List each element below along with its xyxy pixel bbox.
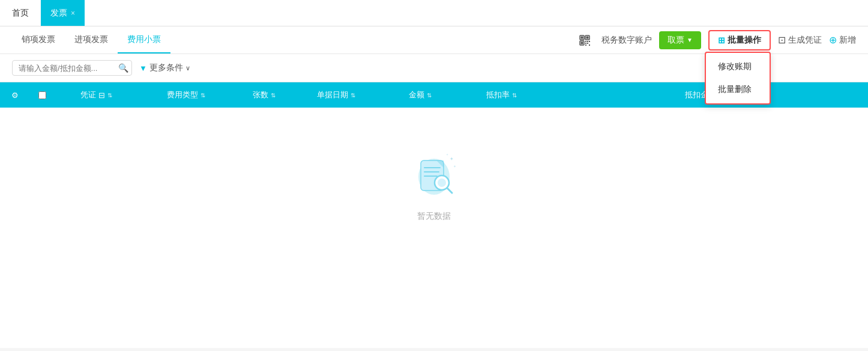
svg-text:✦: ✦ (446, 153, 448, 156)
svg-rect-9 (587, 43, 588, 44)
svg-text:✦: ✦ (453, 165, 456, 168)
svg-rect-5 (581, 41, 583, 44)
svg-rect-3 (586, 36, 589, 38)
tab-sales-invoice[interactable]: 销项发票 (12, 26, 65, 53)
svg-rect-7 (587, 41, 588, 42)
batch-delete-item[interactable]: 批量删除 (706, 78, 770, 101)
th-date-label: 单据日期 (317, 90, 348, 100)
th-amount-label: 金额 (409, 90, 424, 100)
add-label: 新增 (839, 35, 856, 46)
empty-state: ✦ ✦ ✦ 暂无数据 (0, 108, 868, 246)
tab-label: 发票 (50, 8, 67, 19)
settings-icon: ⚙ (11, 91, 19, 100)
th-count[interactable]: 张数 ⇅ (234, 82, 294, 108)
generate-label: 生成凭证 (788, 35, 822, 46)
svg-rect-11 (589, 44, 590, 46)
svg-line-22 (447, 188, 452, 193)
empty-illustration: ✦ ✦ ✦ (404, 144, 464, 204)
svg-rect-1 (581, 36, 583, 38)
th-checkbox[interactable] (30, 82, 54, 108)
generate-icon: ⊡ (778, 34, 786, 46)
th-expense-type-label: 费用类型 (167, 90, 198, 100)
th-voucher[interactable]: 凭证 ⊟ ⇅ (54, 82, 138, 108)
th-amount[interactable]: 金额 ⇅ (378, 82, 462, 108)
svg-rect-10 (589, 41, 590, 42)
add-icon: ⊕ (829, 34, 837, 46)
home-nav-item[interactable]: 首页 (0, 0, 41, 26)
voucher-sort-icon[interactable]: ⇅ (107, 92, 112, 99)
top-nav: 首页 发票 × (0, 0, 868, 26)
th-count-label: 张数 (253, 90, 268, 100)
batch-dropdown-menu: 修改账期 批量删除 (705, 52, 771, 105)
th-deduct-rate-label: 抵扣率 (486, 90, 510, 100)
th-expense-type[interactable]: 费用类型 ⇅ (138, 82, 234, 108)
more-conditions-button[interactable]: ▼ 更多条件 ∨ (139, 63, 190, 73)
main-content: ✦ ✦ ✦ 暂无数据 (0, 108, 868, 348)
count-sort-icon[interactable]: ⇅ (271, 92, 276, 99)
get-invoice-arrow: ▼ (687, 37, 693, 43)
batch-operation-button[interactable]: ⊞ 批量操作 (708, 30, 771, 50)
qr-code-button[interactable] (575, 31, 594, 50)
svg-point-21 (438, 179, 446, 187)
svg-rect-12 (585, 44, 586, 46)
qr-icon (579, 34, 591, 46)
voucher-filter-icon: ⊟ (98, 91, 105, 100)
batch-operation-container: ⊞ 批量操作 修改账期 批量删除 (708, 30, 771, 50)
add-button[interactable]: ⊕ 新增 (829, 34, 856, 46)
get-invoice-label: 取票 (668, 35, 684, 46)
th-deduct-rate[interactable]: 抵扣率 ⇅ (462, 82, 540, 108)
tax-digital-account-button[interactable]: 税务数字账户 (601, 35, 652, 46)
select-all-checkbox[interactable] (38, 91, 46, 99)
th-date[interactable]: 单据日期 ⇅ (294, 82, 378, 108)
search-icon[interactable]: 🔍 (118, 63, 128, 73)
empty-text: 暂无数据 (417, 211, 451, 222)
sub-nav: 销项发票 进项发票 费用小票 税务数字账户 取票 (0, 26, 868, 54)
search-wrap: 🔍 (12, 60, 132, 76)
invoice-tab[interactable]: 发票 × (41, 0, 85, 26)
th-voucher-label: 凭证 (80, 90, 96, 100)
tab-input-invoice[interactable]: 进项发票 (65, 26, 118, 53)
svg-rect-8 (585, 43, 586, 44)
amount-sort-icon[interactable]: ⇅ (427, 92, 432, 99)
filter-label: 更多条件 (149, 63, 183, 73)
expense-type-sort-icon[interactable]: ⇅ (200, 92, 205, 99)
get-invoice-button[interactable]: 取票 ▼ (659, 31, 701, 49)
batch-label: 批量操作 (728, 35, 761, 46)
tab-close-icon[interactable]: × (71, 9, 75, 17)
modify-period-item[interactable]: 修改账期 (706, 55, 770, 78)
svg-rect-6 (585, 41, 586, 42)
th-deduct-amount[interactable]: 抵扣金额 ⇅ (540, 82, 868, 108)
svg-text:✦: ✦ (450, 156, 454, 162)
filter-icon: ▼ (139, 64, 147, 73)
sub-nav-right: 税务数字账户 取票 ▼ ⊞ 批量操作 修改账期 批量删除 ⊡ 生成凭证 ⊕ 新增 (575, 30, 856, 50)
filter-arrow-icon: ∨ (185, 64, 190, 72)
date-sort-icon[interactable]: ⇅ (351, 92, 355, 99)
search-input[interactable] (19, 64, 115, 73)
batch-icon: ⊞ (718, 35, 725, 45)
generate-voucher-button[interactable]: ⊡ 生成凭证 (778, 34, 822, 46)
th-settings[interactable]: ⚙ (0, 82, 30, 108)
sub-nav-left: 销项发票 进项发票 费用小票 (12, 26, 170, 53)
deduct-rate-sort-icon[interactable]: ⇅ (512, 92, 517, 99)
tab-expense-receipt[interactable]: 费用小票 (118, 26, 170, 53)
